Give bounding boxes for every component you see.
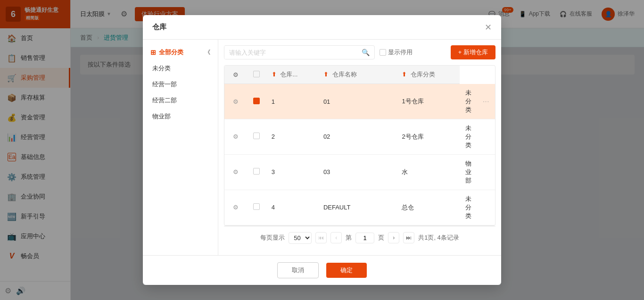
modal-close-button[interactable]: ✕	[485, 23, 492, 32]
row-no-2: 2	[266, 119, 318, 154]
warehouse-modal: 仓库 ✕ ⊞ 全部分类 《 未分类 经营一部 经营二部 物业部	[143, 15, 501, 285]
row-name-4: 总仓	[396, 190, 460, 225]
row-category-4: 未分类	[460, 190, 477, 225]
grid-icon: ⊞	[150, 49, 156, 56]
confirm-button[interactable]: 确定	[326, 263, 367, 278]
row-name-2: 2号仓库	[396, 119, 460, 154]
category-item-unclassified[interactable]: 未分类	[143, 60, 218, 76]
search-icon[interactable]: 🔍	[357, 46, 374, 59]
pagination: 每页显示 50 ⏮ ‹ 第 页 › ⏭ 共1页, 4条记录	[224, 226, 495, 250]
row-no-1: 1	[266, 84, 318, 119]
row-no-4: 4	[266, 190, 318, 225]
row-check-1[interactable]	[247, 84, 266, 119]
page-next-btn[interactable]: ›	[388, 232, 399, 243]
row-check-2[interactable]	[247, 119, 266, 154]
col-header-category: ⬆ 仓库分类	[396, 66, 460, 84]
select-all-checkbox[interactable]	[253, 71, 260, 77]
table-row[interactable]: ⚙ 2 02 2号仓库 未分类	[224, 119, 495, 154]
modal-footer: 取消 确定	[143, 255, 501, 285]
sort-cat-icon: ⬆	[402, 71, 407, 78]
col-header-gear: ⚙	[224, 66, 247, 84]
warehouse-table-container: ⚙ ⬆ 仓库... ⬆	[224, 65, 495, 226]
page-number-input[interactable]	[355, 233, 374, 243]
col-header-name: ⬆ 仓库名称	[318, 66, 396, 84]
category-sidebar: ⊞ 全部分类 《 未分类 经营一部 经营二部 物业部	[143, 40, 218, 255]
row-check-3[interactable]	[247, 154, 266, 190]
warehouse-table: ⚙ ⬆ 仓库... ⬆	[224, 66, 495, 225]
row-gear-2: ⚙	[224, 119, 247, 154]
cancel-button[interactable]: 取消	[277, 262, 319, 278]
row-name-3: 水	[396, 154, 460, 190]
table-row[interactable]: ⚙ 1 01 1号仓库 未分类 ···	[224, 84, 495, 119]
sort-name-icon: ⬆	[323, 71, 329, 78]
category-header: ⊞ 全部分类 《	[143, 44, 218, 60]
category-item-dept2[interactable]: 经营二部	[143, 92, 218, 108]
search-input[interactable]	[224, 46, 357, 59]
page-prev-btn[interactable]: ‹	[330, 232, 342, 243]
page-size-select[interactable]: 50	[289, 232, 312, 244]
row-category-3: 物业部	[460, 154, 477, 190]
modal-header: 仓库 ✕	[143, 15, 501, 40]
row-check-4[interactable]	[247, 190, 266, 225]
sort-icon: ⬆	[272, 71, 277, 78]
search-box: 🔍	[224, 45, 375, 59]
collapse-button[interactable]: 《	[205, 49, 210, 57]
modal-overlay: 仓库 ✕ ⊞ 全部分类 《 未分类 经营一部 经营二部 物业部	[0, 0, 644, 300]
row-code-4: DEFAULT	[318, 190, 396, 225]
row-code-2: 02	[318, 119, 396, 154]
table-row[interactable]: ⚙ 4 DEFAULT 总仓 未分类	[224, 190, 495, 225]
row-category-1: 未分类	[460, 84, 477, 119]
row-name-1: 1号仓库	[396, 84, 460, 119]
row-code-3: 03	[318, 154, 396, 190]
col-header-code: ⬆ 仓库...	[266, 66, 318, 84]
col-header-check	[247, 66, 266, 84]
row-gear-3: ⚙	[224, 154, 247, 190]
category-item-property[interactable]: 物业部	[143, 108, 218, 125]
category-item-dept1[interactable]: 经营一部	[143, 76, 218, 92]
row-category-2: 未分类	[460, 119, 477, 154]
row-actions-1: ···	[477, 84, 495, 119]
show-disabled-checkbox[interactable]	[380, 49, 386, 56]
add-warehouse-button[interactable]: + 新增仓库	[451, 45, 495, 59]
page-first-btn[interactable]: ⏮	[315, 232, 327, 243]
row-gear-4: ⚙	[224, 190, 247, 225]
modal-body: ⊞ 全部分类 《 未分类 经营一部 经营二部 物业部 🔍	[143, 40, 501, 255]
modal-title: 仓库	[152, 23, 166, 32]
warehouse-toolbar: 🔍 显示停用 + 新增仓库	[224, 45, 495, 59]
warehouse-content: 🔍 显示停用 + 新增仓库 ⚙	[218, 40, 501, 255]
gear-icon[interactable]: ⚙	[233, 71, 239, 78]
row-no-3: 3	[266, 154, 318, 190]
row-gear: ⚙	[224, 84, 247, 119]
table-row[interactable]: ⚙ 3 03 水 物业部	[224, 154, 495, 190]
row-code-1: 01	[318, 84, 396, 119]
page-last-btn[interactable]: ⏭	[403, 232, 414, 243]
show-disabled-toggle[interactable]: 显示停用	[380, 48, 413, 57]
